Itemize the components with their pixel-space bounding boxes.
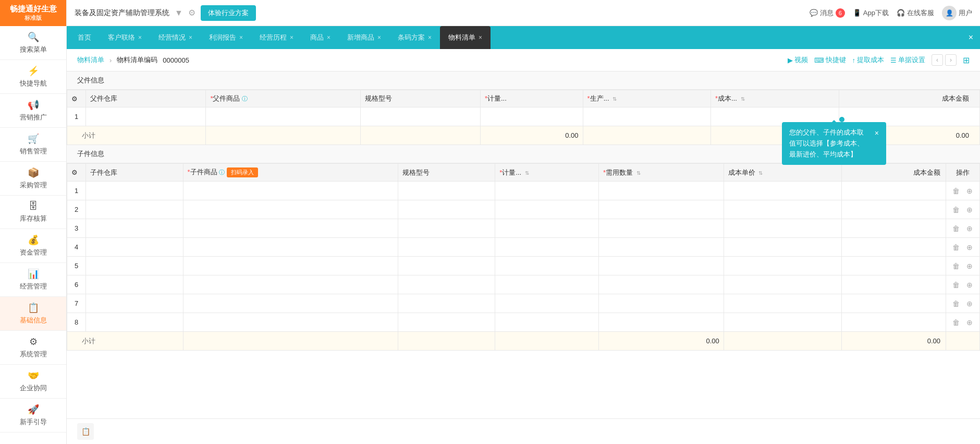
child-cell-qty-6[interactable]	[598, 275, 724, 294]
child-cell-spec-6[interactable]	[398, 275, 495, 294]
tab-customer[interactable]: 客户联络 ×	[100, 26, 150, 49]
sidebar-item-basic-info[interactable]: 📋 基础信息	[0, 297, 66, 331]
copy-button-3[interactable]: ⊕	[964, 223, 975, 234]
child-cell-unit-cost-4[interactable]	[724, 238, 841, 257]
child-cell-unit-6[interactable]	[495, 275, 599, 294]
child-cell-qty-8[interactable]	[598, 313, 724, 332]
child-cell-spec-7[interactable]	[398, 294, 495, 313]
child-cell-unit-cost-5[interactable]	[724, 257, 841, 275]
trial-button[interactable]: 体验行业方案	[201, 5, 256, 21]
child-col-settings[interactable]: ⚙	[67, 164, 86, 182]
sidebar-item-newguide[interactable]: 🚀 新手引导	[0, 399, 66, 433]
child-cell-spec-5[interactable]	[398, 257, 495, 275]
child-cell-unit-4[interactable]	[495, 238, 599, 257]
sidebar-item-finance[interactable]: 💰 资金管理	[0, 229, 66, 263]
child-cell-warehouse-6[interactable]	[86, 275, 183, 294]
sidebar-item-inventory[interactable]: 🗄 库存核算	[0, 196, 66, 229]
copy-button-5[interactable]: ⊕	[964, 260, 975, 272]
child-cell-unit-2[interactable]	[495, 200, 599, 219]
delete-button-2[interactable]: 🗑	[950, 204, 962, 215]
expand-icon[interactable]: ▼	[175, 8, 183, 18]
child-cell-warehouse-5[interactable]	[86, 257, 183, 275]
parent-cell-product[interactable]	[206, 107, 360, 126]
sidebar-item-quicknav[interactable]: ⚡ 快捷导航	[0, 60, 66, 94]
sidebar-item-system[interactable]: ⚙ 系统管理	[0, 331, 66, 365]
parent-cell-unit[interactable]	[480, 107, 583, 126]
child-cell-unit-1[interactable]	[495, 182, 599, 200]
child-cell-qty-2[interactable]	[598, 200, 724, 219]
parent-cell-spec[interactable]	[360, 107, 480, 126]
message-item[interactable]: 💬 消息 6	[810, 8, 845, 18]
child-cell-unit-7[interactable]	[495, 294, 599, 313]
breadcrumb-link[interactable]: 物料清单	[77, 55, 104, 65]
video-link[interactable]: ▶ 视频	[788, 55, 808, 65]
close-all-icon[interactable]: ×	[964, 33, 977, 42]
tab-new-goods[interactable]: 新增商品 ×	[339, 26, 389, 49]
child-cell-warehouse-3[interactable]	[86, 219, 183, 238]
delete-button-1[interactable]: 🗑	[950, 185, 962, 197]
child-cell-qty-5[interactable]	[598, 257, 724, 275]
child-cell-unit-cost-1[interactable]	[724, 182, 841, 200]
child-cell-warehouse-4[interactable]	[86, 238, 183, 257]
copy-button-6[interactable]: ⊕	[964, 279, 975, 291]
copy-button-2[interactable]: ⊕	[964, 204, 975, 215]
shortcut-link[interactable]: ⌨ 快捷键	[814, 55, 846, 65]
tab-history[interactable]: 经营历程 ×	[251, 26, 302, 49]
child-cell-spec-4[interactable]	[398, 238, 495, 257]
close-icon[interactable]: ×	[479, 34, 482, 41]
child-cell-product-7[interactable]	[183, 294, 398, 313]
delete-button-6[interactable]: 🗑	[950, 279, 962, 291]
online-service-item[interactable]: 🎧 在线客服	[897, 8, 934, 18]
child-cell-unit-3[interactable]	[495, 219, 599, 238]
parent-cell-warehouse[interactable]	[86, 107, 206, 126]
child-cell-warehouse-8[interactable]	[86, 313, 183, 332]
child-cell-spec-2[interactable]	[398, 200, 495, 219]
sidebar-item-sales[interactable]: 🛒 销售管理	[0, 128, 66, 162]
app-download-item[interactable]: 📱 App下载	[853, 8, 889, 18]
copy-button-7[interactable]: ⊕	[964, 298, 975, 309]
child-cell-warehouse-2[interactable]	[86, 200, 183, 219]
sidebar-item-search[interactable]: 🔍 搜索菜单	[0, 26, 66, 60]
parent-col-settings[interactable]: ⚙	[67, 90, 86, 107]
scan-button[interactable]: 扫码录入	[227, 167, 258, 177]
tooltip-close-button[interactable]: ×	[875, 127, 879, 139]
delete-button-3[interactable]: 🗑	[950, 223, 962, 234]
child-cell-product-5[interactable]	[183, 257, 398, 275]
child-cell-qty-3[interactable]	[598, 219, 724, 238]
single-settings-link[interactable]: ☰ 单据设置	[890, 55, 925, 65]
delete-button-4[interactable]: 🗑	[950, 242, 962, 253]
child-cell-product-4[interactable]	[183, 238, 398, 257]
close-icon[interactable]: ×	[327, 34, 330, 41]
child-cell-spec-3[interactable]	[398, 219, 495, 238]
close-icon[interactable]: ×	[189, 34, 192, 41]
child-cell-spec-1[interactable]	[398, 182, 495, 200]
child-cell-product-2[interactable]	[183, 200, 398, 219]
grid-view-icon[interactable]: ⊞	[963, 55, 970, 65]
child-cell-qty-7[interactable]	[598, 294, 724, 313]
user-item[interactable]: 👤 用户	[942, 6, 972, 20]
tab-profit[interactable]: 利润报告 ×	[201, 26, 251, 49]
child-cell-product-1[interactable]	[183, 182, 398, 200]
child-cell-qty-4[interactable]	[598, 238, 724, 257]
child-cell-unit-cost-2[interactable]	[724, 200, 841, 219]
child-cell-unit-cost-7[interactable]	[724, 294, 841, 313]
tab-operations[interactable]: 经营情况 ×	[150, 26, 201, 49]
tab-barcode[interactable]: 条码方案 ×	[389, 26, 440, 49]
child-cell-unit-cost-8[interactable]	[724, 313, 841, 332]
copy-button-1[interactable]: ⊕	[964, 185, 975, 197]
child-cell-product-6[interactable]	[183, 275, 398, 294]
close-icon[interactable]: ×	[377, 34, 381, 41]
close-icon[interactable]: ×	[138, 34, 142, 41]
sidebar-item-collab[interactable]: 🤝 企业协同	[0, 365, 66, 399]
child-cell-qty-1[interactable]	[598, 182, 724, 200]
extract-cost-link[interactable]: ↑ 提取成本	[852, 55, 885, 65]
child-cell-unit-cost-6[interactable]	[724, 275, 841, 294]
child-cell-spec-8[interactable]	[398, 313, 495, 332]
prev-arrow[interactable]: ‹	[932, 54, 943, 66]
bottom-doc-icon[interactable]: 📋	[77, 423, 94, 440]
child-cell-unit-cost-3[interactable]	[724, 219, 841, 238]
child-cell-warehouse-7[interactable]	[86, 294, 183, 313]
tab-bom[interactable]: 物料清单 ×	[440, 26, 491, 49]
sidebar-item-purchase[interactable]: 📦 采购管理	[0, 162, 66, 196]
child-cell-warehouse-1[interactable]	[86, 182, 183, 200]
